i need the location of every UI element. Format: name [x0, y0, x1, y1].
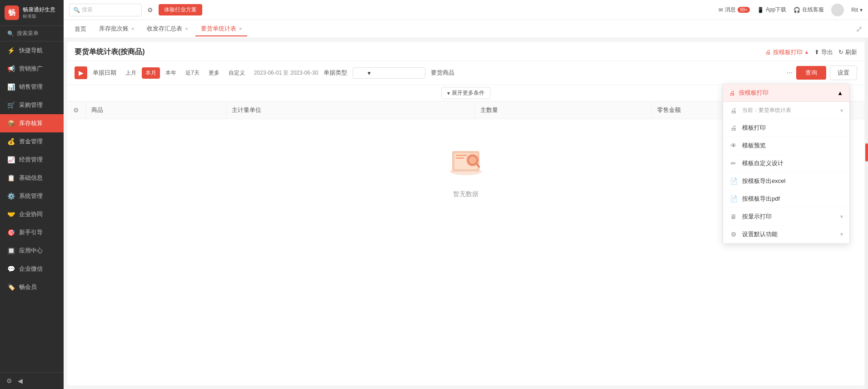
sidebar-logo: 畅 畅康通好生意 标准版 — [0, 0, 64, 26]
print-dropdown-panel: 🖨 按模板打印 ▲ 🖨 当前：要货单统计表 ▾ 🖨 模板打印 — [723, 84, 850, 244]
sidebar-item-appstore[interactable]: 🔲 应用中心 — [0, 242, 64, 260]
app-icon: 📱 — [757, 7, 764, 13]
appstore-icon: 🔲 — [6, 246, 15, 255]
enterprise-icon: 🤝 — [6, 210, 15, 219]
operations-icon: 📈 — [6, 155, 15, 164]
message-button[interactable]: ✉ 消息 99+ — [718, 6, 750, 14]
table-settings-icon[interactable]: ⚙ — [73, 106, 79, 114]
page-content: 要货单统计表(按商品) 🖨 按模板打印 ▲ ⬆ 导出 ↻ 刷新 — [64, 38, 868, 389]
dropdown-item-template-design[interactable]: ✏ 模板自定义设计 — [723, 155, 849, 172]
date-btn-7days[interactable]: 近7天 — [182, 67, 203, 79]
guide-icon: 🎯 — [6, 228, 15, 237]
col-quantity: 主数量 — [475, 101, 652, 119]
set-default-icon: ⚙ — [729, 231, 738, 238]
dropdown-item-export-pdf[interactable]: 📄 按模板导出pdf — [723, 190, 849, 208]
order-type-select[interactable]: ▾ — [353, 67, 425, 79]
sidebar-item-finance[interactable]: 💰 资金管理 — [0, 132, 64, 151]
date-btn-this-month[interactable]: 本月 — [142, 67, 160, 79]
topbar-gear-icon[interactable]: ⚙ — [145, 5, 155, 15]
purchase-icon: 🛒 — [6, 101, 15, 110]
trial-button[interactable]: 体验行业方案 — [159, 4, 202, 15]
dropdown-header-left: 🖨 按模板打印 — [729, 89, 768, 97]
date-range-display: 2023-06-01 至 2023-06-30 — [254, 69, 318, 77]
sidebar-item-operations[interactable]: 📈 经营管理 — [0, 151, 64, 169]
dropdown-item-template-preview[interactable]: 👁 模板预览 — [723, 137, 849, 155]
sidebar-item-basic[interactable]: 📋 基础信息 — [0, 169, 64, 187]
dropdown-header-right: ▲ — [837, 90, 843, 96]
sidebar-item-system[interactable]: ⚙️ 系统管理 — [0, 187, 64, 205]
empty-text: 暂无数据 — [453, 190, 479, 198]
sidebar-item-sales[interactable]: 📊 销售管理 — [0, 78, 64, 96]
user-avatar[interactable] — [831, 4, 844, 16]
filter-expand-button[interactable]: ▶ — [75, 66, 87, 79]
dropdown-display-print-arrow: ▾ — [840, 213, 843, 220]
refresh-button[interactable]: ↻ 刷新 — [838, 48, 857, 56]
sidebar-item-wechat[interactable]: 💬 企业微信 — [0, 260, 64, 278]
online-service-button[interactable]: 🎧 在线客服 — [793, 6, 824, 14]
sidebar-item-marketing[interactable]: 📢 营销推广 — [0, 60, 64, 78]
date-btn-last-month[interactable]: 上月 — [122, 67, 140, 79]
main-content: 🔍 搜索 ⚙ 体验行业方案 ✉ 消息 99+ 📱 App下载 🎧 在线客服 Ri… — [64, 0, 868, 389]
tab-close-receipt-summary[interactable]: × — [185, 26, 188, 31]
chevron-up-icon: ▲ — [804, 50, 809, 55]
sidebar-item-member[interactable]: 🏷️ 畅会员 — [0, 278, 64, 296]
date-options-group: 上月 本月 本年 近7天 更多 自定义 — [122, 67, 249, 79]
dropdown-item-display-print[interactable]: 🖥 按显示打印 ▾ — [723, 208, 849, 226]
member-icon: 🏷️ — [6, 283, 15, 292]
tab-home[interactable]: 首页 — [69, 22, 92, 36]
tab-order-stats[interactable]: 要货单统计表 × — [195, 22, 247, 36]
dropdown-item-set-default[interactable]: ⚙ 设置默认功能 ▾ — [723, 226, 849, 243]
order-type-label: 单据类型 — [324, 69, 347, 77]
date-btn-custom[interactable]: 自定义 — [225, 67, 249, 79]
tab-receipt-summary[interactable]: 收发存汇总表 × — [141, 22, 193, 36]
sidebar-item-inventory[interactable]: 📦 库存核算 — [0, 114, 64, 132]
tab-batch-account[interactable]: 库存批次账 × — [94, 22, 140, 36]
sidebar-search[interactable]: 🔍 搜索菜单 — [0, 26, 64, 41]
col-goods: 商品 — [85, 101, 226, 119]
settings-button[interactable]: 设置 — [830, 66, 857, 80]
user-name[interactable]: Rit ▾ — [851, 7, 863, 13]
shortcut-icon: ⚡ — [6, 46, 15, 55]
date-btn-this-year[interactable]: 本年 — [162, 67, 180, 79]
empty-icon — [443, 137, 489, 183]
chevron-down-icon: ▾ — [860, 7, 863, 13]
export-excel-icon: 📄 — [729, 177, 738, 185]
export-pdf-icon: 📄 — [729, 195, 738, 202]
sidebar-item-shortcut[interactable]: ⚡ 快捷导航 — [0, 41, 64, 60]
tab-expand-icon[interactable]: ⤢ — [856, 24, 863, 34]
print-template-button[interactable]: 🖨 按模板打印 ▲ — [765, 48, 809, 56]
app-download-button[interactable]: 📱 App下载 — [757, 6, 786, 14]
main-scrollbar[interactable] — [865, 38, 868, 389]
topbar-search-box[interactable]: 🔍 搜索 — [69, 4, 142, 16]
dropdown-close-icon[interactable]: ▲ — [837, 90, 843, 96]
tabs-bar: 首页 库存批次账 × 收发存汇总表 × 要货单统计表 × ⤢ — [64, 20, 868, 38]
sidebar-item-purchase[interactable]: 🛒 采购管理 — [0, 96, 64, 114]
dropdown-item-export-excel[interactable]: 📄 按模板导出excel — [723, 172, 849, 190]
dropdown-item-template-print[interactable]: 🖨 模板打印 — [723, 119, 849, 137]
scrollbar-thumb — [865, 143, 868, 162]
more-options-icon[interactable]: ··· — [787, 69, 793, 77]
query-button[interactable]: 查询 — [796, 66, 826, 80]
svg-rect-7 — [456, 157, 464, 159]
export-button[interactable]: ⬆ 导出 — [814, 48, 833, 56]
sales-icon: 📊 — [6, 82, 15, 91]
tab-close-order-stats[interactable]: × — [239, 26, 242, 31]
footer-collapse-icon[interactable]: ◀ — [18, 377, 23, 384]
wechat-icon: 💬 — [6, 264, 15, 273]
date-label: 单据日期 — [93, 69, 116, 77]
dropdown-header[interactable]: 🖨 按模板打印 ▲ — [723, 84, 849, 102]
finance-icon: 💰 — [6, 137, 15, 146]
refresh-icon: ↻ — [838, 49, 843, 56]
expand-more-button[interactable]: ▾ 展开更多条件 — [441, 87, 490, 99]
dropdown-current-template[interactable]: 🖨 当前：要货单统计表 ▾ — [723, 102, 849, 119]
sidebar: 畅 畅康通好生意 标准版 🔍 搜索菜单 ⚡ 快捷导航 📢 营销推广 📊 销售管理… — [0, 0, 64, 389]
tab-close-batch-account[interactable]: × — [131, 26, 134, 31]
logo-text: 畅康通好生意 标准版 — [23, 6, 55, 20]
message-icon: ✉ — [718, 7, 723, 13]
date-btn-more[interactable]: 更多 — [205, 67, 223, 79]
footer-settings-icon[interactable]: ⚙ — [6, 377, 12, 384]
basic-icon: 📋 — [6, 173, 15, 182]
sidebar-item-enterprise[interactable]: 🤝 企业协同 — [0, 205, 64, 223]
select-chevron-icon: ▾ — [368, 70, 371, 76]
sidebar-item-guide[interactable]: 🎯 新手引导 — [0, 223, 64, 242]
